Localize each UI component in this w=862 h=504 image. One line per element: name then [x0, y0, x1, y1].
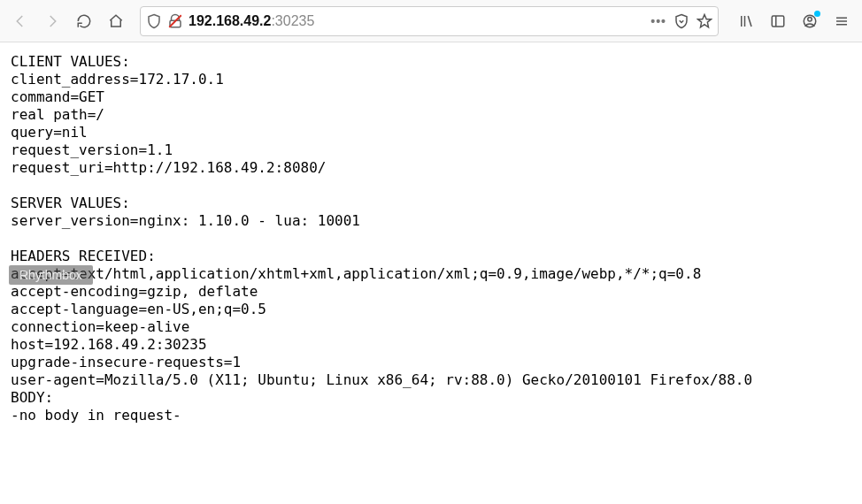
request-version-line: request_version=1.1 — [11, 141, 173, 158]
client-values-header: CLIENT VALUES: — [11, 53, 130, 70]
sidebar-icon[interactable] — [763, 6, 793, 36]
home-button[interactable] — [101, 6, 131, 36]
accept-line: accept=text/html,application/xhtml+xml,a… — [11, 265, 701, 282]
svg-point-8 — [808, 17, 812, 21]
os-tooltip: Rhythmbox — [9, 265, 93, 285]
lock-insecure-icon[interactable] — [167, 13, 183, 29]
url-bar[interactable]: 192.168.49.2:30235 ••• — [140, 6, 719, 36]
real-path-line: real path=/ — [11, 106, 104, 123]
svg-line-4 — [748, 16, 751, 27]
back-button[interactable] — [5, 6, 35, 36]
command-line: command=GET — [11, 88, 104, 105]
url-text: 192.168.49.2:30235 — [189, 13, 645, 29]
page-content: CLIENT VALUES: client_address=172.17.0.1… — [0, 42, 862, 435]
reload-button[interactable] — [69, 6, 99, 36]
bookmark-star-icon[interactable] — [697, 13, 712, 29]
host-line: host=192.168.49.2:30235 — [11, 336, 207, 353]
menu-icon[interactable] — [827, 6, 857, 36]
page-actions-icon[interactable]: ••• — [650, 14, 666, 28]
toolbar-right — [731, 6, 857, 36]
account-icon[interactable] — [795, 6, 825, 36]
user-agent-line: user-agent=Mozilla/5.0 (X11; Ubuntu; Lin… — [11, 371, 752, 388]
shield-icon[interactable] — [146, 13, 162, 29]
urlbar-right: ••• — [650, 13, 712, 29]
svg-rect-5 — [772, 16, 784, 27]
body-line: -no body in request- — [11, 407, 181, 424]
server-version-line: server_version=nginx: 1.10.0 - lua: 1000… — [11, 212, 360, 229]
query-line: query=nil — [11, 124, 88, 141]
accept-encoding-line: accept-encoding=gzip, deflate — [11, 283, 258, 300]
server-values-header: SERVER VALUES: — [11, 195, 130, 211]
library-icon[interactable] — [731, 6, 761, 36]
accept-language-line: accept-language=en-US,en;q=0.5 — [11, 301, 266, 317]
forward-button[interactable] — [37, 6, 67, 36]
url-host: 192.168.49.2 — [189, 13, 271, 28]
notification-dot-icon — [814, 11, 820, 17]
connection-line: connection=keep-alive — [11, 318, 189, 335]
browser-toolbar: 192.168.49.2:30235 ••• — [0, 0, 862, 42]
url-port: :30235 — [271, 13, 314, 28]
request-uri-line: request_uri=http://192.168.49.2:8080/ — [11, 159, 326, 176]
upgrade-insecure-line: upgrade-insecure-requests=1 — [11, 354, 241, 370]
body-header: BODY: — [11, 389, 53, 406]
client-address-line: client_address=172.17.0.1 — [11, 71, 224, 88]
headers-received-header: HEADERS RECEIVED: — [11, 248, 156, 264]
pocket-shield-icon[interactable] — [673, 13, 689, 29]
